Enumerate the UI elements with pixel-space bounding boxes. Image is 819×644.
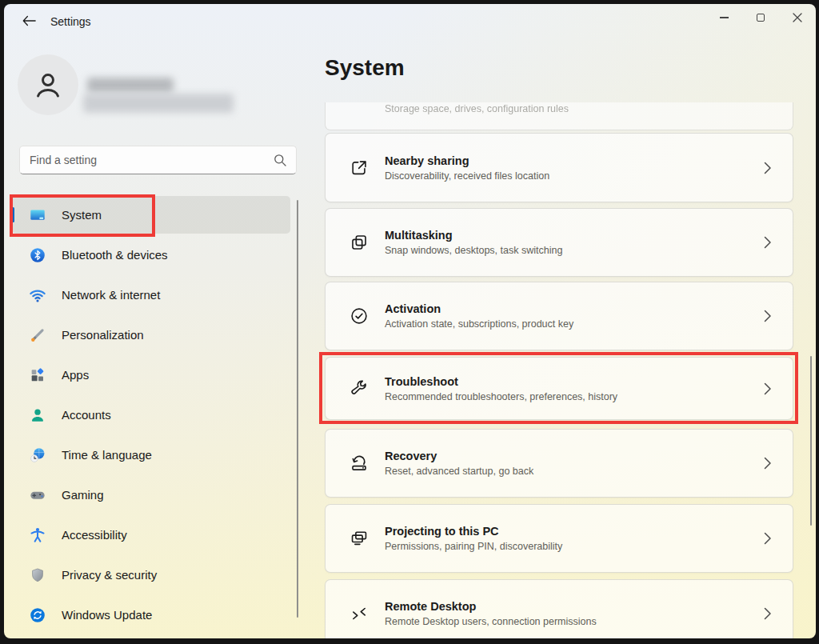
apps-icon (29, 366, 46, 384)
bluetooth-icon (29, 246, 46, 264)
card-subtitle: Remote Desktop users, connection permiss… (385, 616, 764, 627)
card-title: Projecting to this PC (385, 525, 764, 538)
chevron-right-icon (764, 607, 772, 620)
sidebar-item-windows-update[interactable]: Windows Update (12, 596, 290, 634)
sidebar-item-label: Time & language (62, 448, 152, 462)
network-icon (29, 286, 46, 304)
sidebar-item-label: Accounts (62, 408, 111, 422)
sidebar-item-label: Accessibility (62, 528, 127, 542)
chevron-right-icon (764, 236, 772, 249)
window-controls (705, 4, 816, 31)
maximize-button[interactable] (742, 4, 779, 31)
card-subtitle: Reset, advanced startup, go back (385, 466, 764, 477)
chevron-right-icon (764, 162, 772, 174)
sidebar-item-time-language[interactable]: Time & language (12, 436, 290, 474)
sidebar-item-label: Windows Update (62, 608, 152, 622)
sidebar-item-gaming[interactable]: Gaming (12, 476, 290, 514)
accessibility-icon (29, 526, 46, 544)
card-title: Multitasking (385, 229, 764, 242)
sidebar-item-apps[interactable]: Apps (12, 356, 290, 394)
back-button[interactable] (17, 10, 41, 31)
user-email-redacted (83, 94, 234, 113)
recovery-icon (349, 453, 370, 474)
user-name-redacted (87, 78, 174, 93)
card-subtitle: Discoverability, received files location (385, 170, 764, 182)
activation-icon (349, 306, 370, 326)
sidebar-item-personalization[interactable]: Personalization (12, 316, 290, 354)
time-language-icon (29, 446, 46, 464)
sidebar-item-accounts[interactable]: Accounts (12, 396, 290, 434)
maximize-icon (757, 14, 765, 22)
system-icon (29, 206, 46, 224)
nearby-sharing-icon (349, 158, 370, 178)
multitasking-icon (349, 232, 370, 253)
sidebar-item-privacy-security[interactable]: Privacy & security (12, 556, 290, 594)
sidebar-item-bluetooth-devices[interactable]: Bluetooth & devices (12, 236, 290, 274)
chevron-right-icon (764, 382, 772, 395)
card-subtitle: Activation state, subscriptions, product… (385, 318, 764, 330)
card-remote-desktop[interactable]: Remote Desktop Remote Desktop users, con… (325, 579, 793, 638)
chevron-right-icon (764, 310, 772, 322)
card-title: Nearby sharing (385, 154, 764, 167)
close-button[interactable] (779, 4, 816, 31)
troubleshoot-wrench-icon (349, 378, 370, 399)
search-input[interactable] (30, 154, 274, 166)
sidebar-scrollbar[interactable] (297, 200, 298, 618)
minimize-icon (720, 17, 729, 18)
card-multitasking[interactable]: Multitasking Snap windows, desktops, tas… (325, 208, 793, 277)
card-projecting-to-pc[interactable]: Projecting to this PC Permissions, pairi… (325, 504, 793, 573)
card-subtitle: Snap windows, desktops, task switching (385, 245, 764, 256)
close-icon (793, 13, 802, 22)
card-nearby-sharing[interactable]: Nearby sharing Discoverability, received… (325, 133, 793, 202)
windows-update-icon (29, 606, 46, 624)
card-title: Activation (385, 302, 764, 315)
avatar (18, 54, 78, 115)
shield-icon (29, 566, 46, 584)
projecting-icon (349, 528, 370, 549)
selected-indicator (12, 207, 14, 222)
card-subtitle: Recommended troubleshooters, preferences… (385, 391, 764, 402)
card-title: Recovery (385, 450, 764, 462)
sidebar-item-label: Network & internet (62, 288, 160, 302)
sidebar-item-accessibility[interactable]: Accessibility (12, 516, 290, 554)
page-title: System (325, 55, 405, 81)
window-title: Settings (50, 15, 91, 28)
person-icon (31, 68, 65, 102)
settings-window: Settings System (4, 4, 816, 638)
accounts-icon (29, 406, 46, 424)
card-title: Troubleshoot (385, 375, 764, 388)
card-recovery[interactable]: Recovery Reset, advanced startup, go bac… (325, 429, 793, 498)
remote-desktop-icon (349, 603, 370, 624)
chevron-right-icon (764, 457, 772, 470)
sidebar-item-label: Privacy & security (62, 568, 157, 582)
main-scrollbar[interactable] (810, 356, 812, 526)
card-troubleshoot[interactable]: Troubleshoot Recommended troubleshooters… (325, 357, 793, 420)
sidebar-item-label: Bluetooth & devices (62, 248, 168, 262)
sidebar-nav: System Bluetooth & devices Network & int… (12, 196, 290, 636)
sidebar-item-network-internet[interactable]: Network & internet (12, 276, 290, 314)
sidebar-item-label: System (62, 208, 102, 222)
card-subtitle: Permissions, pairing PIN, discoverabilit… (385, 541, 764, 552)
search-box (19, 146, 297, 174)
card-title: Remote Desktop (385, 600, 764, 613)
sidebar-item-label: Gaming (62, 488, 104, 502)
minimize-button[interactable] (705, 4, 742, 31)
search-icon (274, 154, 286, 166)
chevron-right-icon (764, 532, 772, 545)
back-arrow-icon (22, 15, 36, 26)
sidebar-item-label: Personalization (62, 328, 144, 342)
card-activation[interactable]: Activation Activation state, subscriptio… (325, 282, 793, 350)
sidebar-item-label: Apps (62, 368, 89, 382)
card-subtitle: Storage space, drives, configuration rul… (385, 103, 569, 114)
sidebar-item-system[interactable]: System (12, 196, 290, 234)
gaming-icon (29, 486, 46, 504)
personalization-icon (29, 326, 46, 344)
storage-card-partial[interactable]: Storage space, drives, configuration rul… (325, 102, 793, 130)
